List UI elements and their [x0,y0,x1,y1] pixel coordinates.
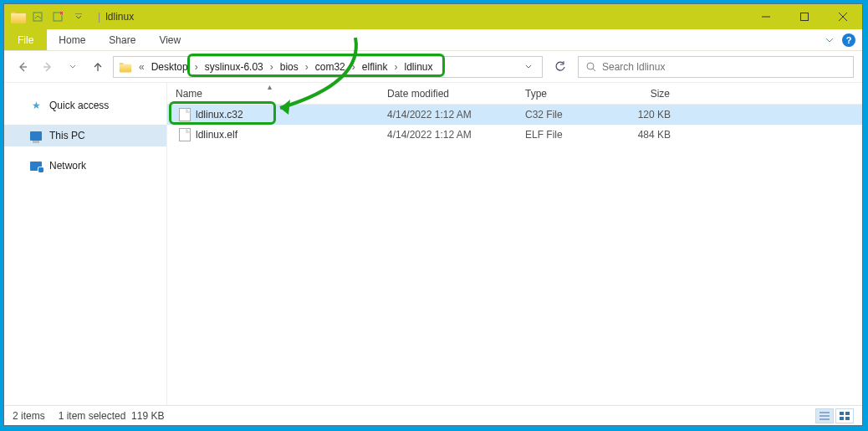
svg-rect-16 [840,417,844,420]
crumb-bios[interactable]: bios [277,59,302,74]
sort-indicator-icon: ▴ [268,82,272,91]
maximize-button[interactable] [785,4,824,29]
file-icon [179,108,191,121]
file-date: 4/14/2022 1:12 AM [380,109,518,121]
breadcrumb: « Desktop › syslinux-6.03 › bios › com32… [137,59,437,74]
svg-line-10 [593,69,595,71]
breadcrumb-overflow[interactable]: « [137,61,146,73]
col-size[interactable]: Size [602,88,677,100]
col-name[interactable]: Name [167,88,380,100]
quick-access-toolbar [4,8,93,26]
title-separator: | [98,11,100,23]
tab-home[interactable]: Home [47,29,97,50]
crumb-com32[interactable]: com32 [312,59,349,74]
ribbon-expand-button[interactable] [825,36,834,44]
col-type[interactable]: Type [518,88,602,100]
close-button[interactable] [824,4,862,29]
tab-view[interactable]: View [147,29,192,50]
chevron-right-icon[interactable]: › [268,61,275,73]
view-mode-buttons [815,408,854,423]
ribbon: File Home Share View ? [4,29,862,51]
col-date[interactable]: Date modified [380,88,518,100]
qat-properties-button[interactable] [29,8,48,26]
search-input[interactable] [602,61,846,73]
back-button[interactable] [13,57,33,77]
chevron-right-icon[interactable]: › [392,61,399,73]
address-bar[interactable]: « Desktop › syslinux-6.03 › bios › com32… [113,56,543,78]
qat-new-folder-button[interactable] [49,8,68,26]
chevron-right-icon[interactable]: › [350,61,357,73]
file-icon [179,128,191,141]
qat-customize-button[interactable] [69,8,88,26]
status-selection-size: 119 KB [131,410,164,422]
titlebar: | ldlinux [4,4,862,29]
minimize-button[interactable] [747,4,785,29]
file-size: 484 KB [602,129,677,141]
navpane-label: This PC [49,130,85,141]
navigation-pane: ★ Quick access This PC Network [4,83,167,405]
address-dropdown[interactable] [518,64,539,70]
refresh-button[interactable] [548,61,573,73]
file-name: ldlinux.c32 [196,109,243,121]
file-row[interactable]: ldlinux.elf 4/14/2022 1:12 AM ELF File 4… [167,125,862,145]
svg-rect-17 [845,417,850,420]
file-tab[interactable]: File [4,29,47,50]
help-button[interactable]: ? [842,33,855,47]
star-icon: ★ [29,99,43,112]
file-type: ELF File [518,129,602,141]
chevron-right-icon[interactable]: › [304,61,310,73]
file-list-pane: ▴ Name Date modified Type Size ldlinux.c… [167,83,862,405]
file-type: C32 File [518,109,602,121]
navpane-label: Network [49,160,86,172]
column-headers: ▴ Name Date modified Type Size [167,83,862,105]
file-rows: ldlinux.c32 4/14/2022 1:12 AM C32 File 1… [167,105,862,405]
file-name: ldlinux.elf [196,129,237,141]
forward-button[interactable] [38,57,58,77]
folder-icon [9,8,28,26]
svg-rect-15 [845,412,850,415]
recent-dropdown[interactable] [63,57,83,77]
navpane-quick-access[interactable]: ★ Quick access [4,95,166,116]
crumb-desktop[interactable]: Desktop [148,59,191,74]
status-selection: 1 item selected [59,410,126,422]
svg-rect-0 [33,13,42,21]
status-item-count: 2 items [13,410,45,422]
search-box[interactable] [578,56,854,78]
navbar: « Desktop › syslinux-6.03 › bios › com32… [4,51,862,83]
crumb-ldlinux[interactable]: ldlinux [401,59,436,74]
view-details-button[interactable] [815,408,834,423]
svg-rect-3 [801,13,809,21]
chevron-right-icon[interactable]: › [193,61,200,73]
crumb-elflink[interactable]: elflink [359,59,391,74]
window-title: ldlinux [105,11,134,23]
svg-point-9 [587,63,594,69]
window-controls [747,4,862,29]
folder-icon [117,60,134,74]
monitor-icon [29,129,43,142]
navpane-network[interactable]: Network [4,155,166,177]
up-button[interactable] [88,57,108,77]
svg-rect-14 [840,412,844,415]
navpane-this-pc[interactable]: This PC [4,125,166,146]
explorer-window: | ldlinux File Home Share View ? « Deskt [3,3,863,426]
file-date: 4/14/2022 1:12 AM [380,129,518,141]
search-icon [585,61,597,73]
status-bar: 2 items 1 item selected 119 KB [4,405,862,425]
file-size: 120 KB [602,109,677,121]
tab-share[interactable]: Share [97,29,147,50]
navpane-label: Quick access [49,100,109,111]
crumb-syslinux[interactable]: syslinux-6.03 [202,59,267,74]
file-row[interactable]: ldlinux.c32 4/14/2022 1:12 AM C32 File 1… [167,105,862,125]
view-thumbnails-button[interactable] [835,408,854,423]
network-icon [29,159,43,172]
body: ★ Quick access This PC Network ▴ Name Da… [4,83,862,405]
